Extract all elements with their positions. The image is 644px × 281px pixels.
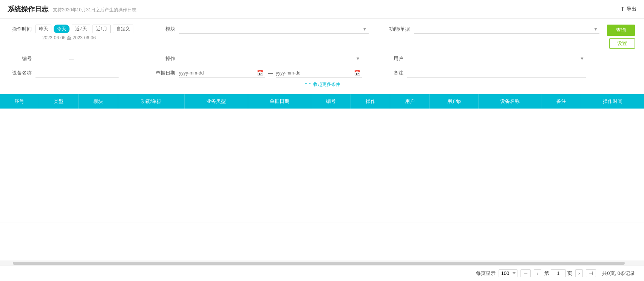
remark-label: 备注 — [377, 70, 407, 76]
code-input-from[interactable] — [36, 54, 66, 63]
operation-select-wrap: ▼ — [179, 54, 362, 63]
user-select-wrap: ▼ — [407, 54, 586, 63]
page-title: 系统操作日志 — [8, 5, 48, 14]
time-btn-custom[interactable]: 自定义 — [113, 25, 133, 33]
first-page-button[interactable]: ⊢ — [520, 269, 531, 277]
operation-label: 操作 — [153, 55, 179, 62]
page-total-text: 共0页, 0条记录 — [602, 270, 635, 277]
time-btn-1month[interactable]: 近1月 — [93, 25, 111, 33]
date-to-input[interactable] — [276, 69, 361, 78]
time-btn-today[interactable]: 今天 — [54, 25, 69, 33]
operation-select[interactable] — [179, 54, 362, 63]
code-label: 编号 — [9, 55, 36, 62]
page-number-wrap: 第 页 — [544, 269, 572, 277]
last-page-button[interactable]: ⊣ — [586, 269, 596, 277]
col-biz-type: 业务类型 — [185, 94, 248, 109]
device-label: 设备名称 — [9, 70, 36, 76]
calendar-from-icon[interactable]: 📅 — [257, 70, 263, 76]
user-label: 用户 — [377, 55, 407, 62]
date-range-text: 2023-06-06 至 2023-06-06 — [42, 35, 96, 40]
per-page-select[interactable]: 100 50 200 — [499, 269, 517, 277]
col-voucher-date: 单据日期 — [248, 94, 311, 109]
col-user-ip: 用户ip — [429, 94, 478, 109]
module-select[interactable] — [179, 25, 369, 34]
page-subtitle: 支持2020年10月31日之后产生的操作日志 — [53, 7, 136, 13]
filter-area: 操作时间 昨天 今天 近7天 近1月 自定义 2023-06-06 至 2023… — [0, 19, 644, 94]
code-dash: — — [69, 56, 74, 62]
collapse-up-icon: ⌃⌃ — [304, 82, 312, 87]
page-header: 系统操作日志 支持2020年10月31日之后产生的操作日志 ⬆ 导出 — [0, 0, 644, 19]
function-select-wrap: ▼ — [414, 25, 600, 34]
date-from-wrap: 📅 — [179, 69, 265, 78]
col-operation: 操作 — [351, 94, 390, 109]
next-page-button[interactable]: › — [575, 269, 583, 277]
table-wrap: 序号 类型 模块 功能/单据 业务类型 单据日期 编号 操作 用户 用户ip 设… — [0, 94, 644, 261]
settings-button[interactable]: 设置 — [609, 38, 635, 49]
collapse-label: 收起更多条件 — [313, 81, 340, 88]
function-label: 功能/单据 — [384, 26, 414, 33]
module-select-wrap: ▼ — [179, 25, 369, 34]
time-btn-yesterday[interactable]: 昨天 — [36, 25, 51, 33]
col-remark: 备注 — [542, 94, 581, 109]
export-button[interactable]: ⬆ 导出 — [620, 6, 636, 12]
device-input[interactable] — [36, 68, 119, 78]
collapse-bar: ⌃⌃ 收起更多条件 — [9, 81, 635, 88]
remark-input[interactable] — [407, 68, 586, 78]
header-left: 系统操作日志 支持2020年10月31日之后产生的操作日志 — [8, 5, 136, 14]
code-input-to[interactable] — [77, 54, 122, 63]
time-btn-7days[interactable]: 近7天 — [72, 25, 90, 33]
date-from-input[interactable] — [179, 69, 265, 78]
col-code: 编号 — [311, 94, 351, 109]
module-label: 模块 — [153, 26, 179, 33]
prev-page-button[interactable]: ‹ — [534, 269, 541, 277]
query-button[interactable]: 查询 — [607, 25, 635, 36]
export-icon: ⬆ — [620, 6, 625, 12]
empty-area — [0, 109, 644, 222]
export-label: 导出 — [627, 6, 636, 12]
per-page-label: 每页显示 — [476, 270, 496, 277]
col-device: 设备名称 — [478, 94, 542, 109]
col-function: 功能/单据 — [118, 94, 184, 109]
date-to-wrap: 📅 — [276, 69, 361, 78]
scrollbar-thumb — [13, 262, 625, 265]
date-dash: — — [268, 70, 273, 76]
page-suffix: 页 — [567, 270, 572, 277]
page-wrapper: 系统操作日志 支持2020年10月31日之后产生的操作日志 ⬆ 导出 操作时间 … — [0, 0, 644, 281]
user-select[interactable] — [407, 54, 586, 63]
col-index: 序号 — [0, 94, 39, 109]
time-buttons: 昨天 今天 近7天 近1月 自定义 — [36, 25, 133, 33]
voucher-date-label: 单据日期 — [153, 70, 179, 76]
col-op-time: 操作时间 — [581, 94, 644, 109]
action-buttons: 查询 设置 — [599, 25, 635, 49]
page-label: 第 — [544, 270, 549, 277]
calendar-to-icon[interactable]: 📅 — [354, 70, 360, 76]
pagination: 每页显示 100 50 200 ⊢ ‹ 第 页 › ⊣ 共0页, 0条记录 — [0, 265, 644, 281]
data-table: 序号 类型 模块 功能/单据 业务类型 单据日期 编号 操作 用户 用户ip 设… — [0, 94, 644, 222]
time-label: 操作时间 — [9, 26, 36, 33]
col-type: 类型 — [39, 94, 78, 109]
table-header-row: 序号 类型 模块 功能/单据 业务类型 单据日期 编号 操作 用户 用户ip 设… — [0, 94, 644, 109]
col-module: 模块 — [79, 94, 118, 109]
function-select[interactable] — [414, 25, 600, 34]
col-user: 用户 — [390, 94, 429, 109]
page-number-input[interactable] — [551, 269, 566, 277]
horizontal-scrollbar[interactable] — [0, 261, 644, 265]
collapse-button[interactable]: ⌃⌃ 收起更多条件 — [304, 81, 340, 88]
